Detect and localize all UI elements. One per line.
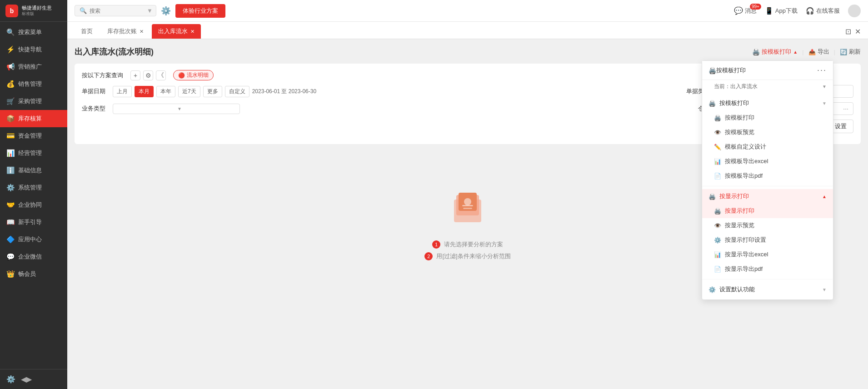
sidebar-item-label: 采购管理	[18, 97, 42, 105]
app-download-button[interactable]: 📱 App下载	[765, 7, 798, 15]
date-filter: 上月 本月 本年 近7天 更多 自定义 2023-06-01 至 2023-06…	[113, 86, 316, 97]
refresh-icon: 🔄	[840, 49, 847, 55]
tab-batch-close-icon[interactable]: ✕	[140, 29, 144, 35]
filter-tag[interactable]: 🔴 流水明细	[173, 70, 214, 80]
biz-type-dropdown[interactable]: ▼	[113, 104, 240, 114]
sidebar-item-guide[interactable]: 📖 新手引导	[0, 214, 67, 231]
display-export-excel-item[interactable]: 📊 按显示导出excel	[702, 247, 833, 262]
tab-flow-label: 出入库流水	[158, 27, 188, 35]
collapse-sidebar-icon[interactable]: ◀▶	[21, 375, 32, 384]
tab-batch-account[interactable]: 库存批次账 ✕	[101, 24, 150, 39]
filter-settings-button[interactable]: ⚙	[143, 70, 153, 80]
divider2: |	[834, 49, 835, 55]
industry-solution-button[interactable]: 体验行业方案	[175, 4, 225, 18]
filter-collapse-button[interactable]: 《	[156, 70, 166, 80]
settings-icon[interactable]: ⚙️	[6, 375, 15, 384]
date-btn-last-month[interactable]: 上月	[113, 86, 132, 97]
display-print-settings-item[interactable]: ⚙️ 按显示打印设置	[702, 233, 833, 247]
tab-close-all-button[interactable]: ✕	[855, 27, 861, 36]
design-icon: ✏️	[714, 144, 721, 150]
template-preview-item[interactable]: 👁️ 按模板预览	[702, 125, 833, 140]
display-section-arrow: ▲	[822, 194, 827, 199]
message-button[interactable]: 💬 消息 99+	[734, 6, 757, 15]
print-template-button[interactable]: 🖨️ 按模板打印 ▲	[752, 48, 798, 56]
display-export-pdf-item[interactable]: 📄 按显示导出pdf	[702, 262, 833, 276]
more-options-icon[interactable]: ···	[817, 65, 827, 75]
sidebar-item-appcenter[interactable]: 🔷 应用中心	[0, 231, 67, 248]
sidebar-item-quicknav[interactable]: ⚡ 快捷导航	[0, 41, 67, 58]
sidebar-item-inventory[interactable]: 📦 库存核算	[0, 110, 67, 127]
member-icon: 👑	[6, 270, 15, 278]
sidebar-item-label: 新手引导	[18, 218, 42, 226]
template-print-item[interactable]: 🖨️ 按模板打印	[702, 110, 833, 125]
svg-point-3	[464, 198, 471, 205]
sidebar-item-label: 应用中心	[18, 235, 42, 244]
date-btn-7days[interactable]: 近7天	[178, 86, 200, 97]
default-settings-header[interactable]: ⚙️ 设置默认功能 ▼	[702, 282, 833, 297]
sales-icon: 💰	[6, 80, 15, 88]
date-btn-this-month[interactable]: 本月	[135, 86, 154, 97]
step-1-num: 1	[432, 240, 440, 249]
management-icon: 📊	[6, 149, 15, 157]
template-section-header[interactable]: 🖨️ 按模板打印 ▼	[702, 96, 833, 110]
tab-stock-flow[interactable]: 出入库流水 ✕	[152, 24, 201, 39]
user-avatar[interactable]	[848, 5, 861, 17]
svg-rect-5	[463, 208, 472, 209]
settings-gear-icon[interactable]: ⚙️	[161, 6, 171, 16]
template-export-excel-item[interactable]: 📊 按模板导出excel	[702, 154, 833, 169]
app-name: 畅捷通好生意	[22, 5, 52, 11]
collab-icon: 🤝	[6, 201, 15, 209]
message-badge: 99+	[750, 4, 761, 10]
sidebar-item-sales[interactable]: 💰 销售管理	[0, 75, 67, 93]
sidebar-item-search[interactable]: 🔍 搜索菜单	[0, 24, 67, 41]
page-title: 出入库流水(流水明细)	[75, 46, 154, 57]
sidebar-item-marketing[interactable]: 📢 营销推广	[0, 58, 67, 75]
display-print-doc-icon: 🖨️	[714, 208, 721, 214]
template-export-pdf-item[interactable]: 📄 按模板导出pdf	[702, 169, 833, 183]
sidebar-item-finance[interactable]: 💳 资金管理	[0, 127, 67, 145]
refresh-button[interactable]: 🔄 刷新	[840, 48, 861, 56]
date-btn-custom[interactable]: 自定义	[225, 86, 249, 97]
display-print-item[interactable]: 🖨️ 按显示打印	[702, 204, 833, 218]
preview-icon: 👁️	[714, 129, 721, 136]
export-button[interactable]: 📤 导出	[808, 48, 829, 56]
online-service-button[interactable]: 🎧 在线客服	[806, 7, 840, 15]
tab-flow-close-icon[interactable]: ✕	[190, 29, 195, 35]
online-service-label: 在线客服	[816, 7, 840, 15]
template-design-item[interactable]: ✏️ 模板自定义设计	[702, 140, 833, 154]
sidebar-item-management[interactable]: 📊 经营管理	[0, 145, 67, 162]
sidebar: b 畅捷通好生意 标准版 🔍 搜索菜单 ⚡ 快捷导航 📢 营销推广 💰 销售管理…	[0, 0, 67, 389]
sidebar-item-system[interactable]: ⚙️ 系统管理	[0, 179, 67, 196]
tab-restore-button[interactable]: ⊡	[845, 27, 851, 36]
filter-add-button[interactable]: +	[130, 70, 140, 80]
default-section-arrow: ▼	[822, 287, 827, 292]
page-header: 出入库流水(流水明细) 🖨️ 按模板打印 ▲ | 📤 导出 | 🔄 刷新	[75, 46, 861, 57]
step-2-num: 2	[424, 252, 433, 260]
search-input[interactable]	[90, 8, 144, 14]
sidebar-item-label: 资金管理	[18, 132, 42, 140]
display-section-header[interactable]: 🖨️ 按显示打印 ▲	[702, 189, 833, 204]
sidebar-item-label: 系统管理	[18, 184, 42, 192]
sidebar-item-basic[interactable]: ℹ️ 基础信息	[0, 162, 67, 179]
step-2-text: 用[过滤]条件来缩小分析范围	[436, 252, 510, 260]
sidebar-item-collab[interactable]: 🤝 企业协同	[0, 196, 67, 214]
sidebar-item-member[interactable]: 👑 畅会员	[0, 265, 67, 283]
chevron-up-icon: ▲	[793, 50, 798, 55]
display-preview-item[interactable]: 👁️ 按显示预览	[702, 218, 833, 233]
phone-icon: 📱	[765, 7, 773, 15]
inventory-icon: 📦	[6, 115, 15, 123]
display-section-title: 按显示打印	[719, 192, 749, 200]
empty-step-1: 1 请先选择要分析的方案	[432, 240, 503, 249]
topbar-search-box[interactable]: 🔍 ▼	[75, 5, 156, 16]
date-btn-this-year[interactable]: 本年	[156, 86, 175, 97]
sidebar-item-purchase[interactable]: 🛒 采购管理	[0, 93, 67, 110]
sidebar-item-wechat[interactable]: 💬 企业微信	[0, 248, 67, 265]
empty-step-2: 2 用[过滤]条件来缩小分析范围	[424, 252, 510, 260]
biz-type-label: 业务类型	[82, 105, 105, 113]
warehouse-more-icon: ···	[843, 105, 848, 112]
tab-home-label: 首页	[81, 27, 93, 35]
tab-home[interactable]: 首页	[75, 24, 99, 39]
topbar-right: 💬 消息 99+ 📱 App下载 🎧 在线客服	[734, 5, 861, 17]
sidebar-item-label: 库存核算	[18, 115, 42, 123]
date-btn-more[interactable]: 更多	[203, 86, 222, 97]
